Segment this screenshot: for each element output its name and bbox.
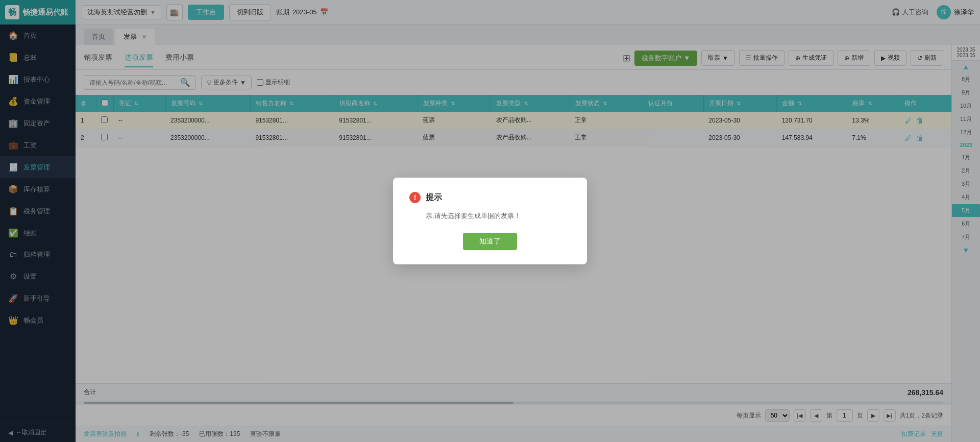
modal-message: 亲,请先选择要生成单据的发票！ xyxy=(426,212,521,219)
modal-title: ! 提示 xyxy=(409,192,571,203)
modal-footer: 知道了 xyxy=(409,233,571,250)
warning-icon: ! xyxy=(409,192,421,203)
alert-modal: ! 提示 亲,请先选择要生成单据的发票！ 知道了 xyxy=(393,178,587,264)
modal-title-text: 提示 xyxy=(426,192,442,203)
modal-body: 亲,请先选择要生成单据的发票！ xyxy=(409,211,571,220)
confirm-button[interactable]: 知道了 xyxy=(463,233,517,250)
modal-overlay: ! 提示 亲,请先选择要生成单据的发票！ 知道了 xyxy=(0,0,980,442)
